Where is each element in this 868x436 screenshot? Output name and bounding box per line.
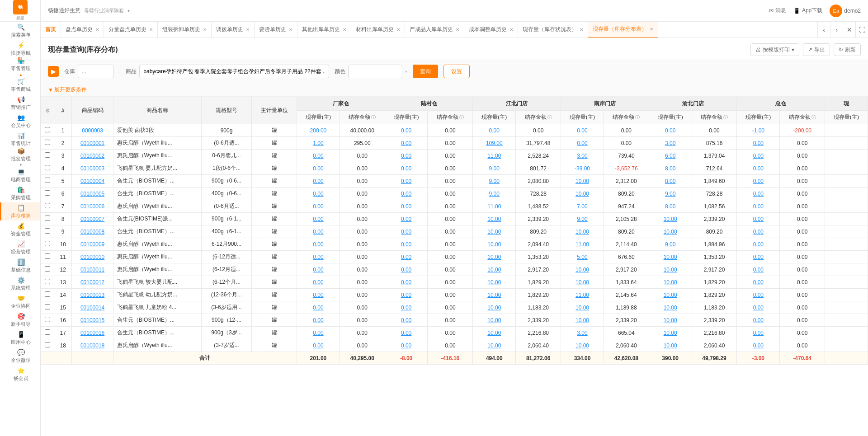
row-checkbox[interactable] [41, 314, 54, 327]
row-nanan-amt: 2,312.00 [604, 175, 649, 188]
sidebar-item-ecommerce[interactable]: 💻 电商管理 [0, 166, 40, 184]
color-input[interactable] [348, 65, 402, 78]
tab-inventory-dist[interactable]: 现存量（库存分布表） ✕ [588, 22, 658, 38]
query-btn-label: 查询 [420, 68, 431, 75]
tab-inventory-count[interactable]: 盘点单历史 ✕ [61, 22, 104, 38]
row-checkbox[interactable] [41, 301, 54, 314]
row-checkbox[interactable] [41, 289, 54, 301]
query-btn[interactable]: 查询 [413, 65, 438, 78]
sidebar-item-search[interactable]: 🔍 搜索英单 [0, 22, 40, 40]
sidebar-item-collab[interactable]: 🤝 企业协同 [0, 293, 40, 311]
tab-close-11[interactable]: ✕ [650, 27, 653, 32]
tab-close-7[interactable]: ✕ [396, 27, 400, 32]
tab-close-4[interactable]: ✕ [246, 27, 250, 32]
print-btn[interactable]: 🖨 按模版打印 ▾ [750, 43, 799, 56]
sidebar-item-purchase[interactable]: 🛍️ 采购管理 [0, 184, 40, 202]
row-checkbox[interactable] [41, 339, 54, 352]
tab-home[interactable]: 首页 [41, 22, 61, 38]
sidebar-item-retail-stats[interactable]: 📊 零售统计 [0, 130, 40, 148]
sidebar-item-inventory[interactable]: 📋 库存核算 [0, 202, 40, 220]
row-total-amt: 0.00 [780, 200, 825, 213]
tab-disassemble[interactable]: 组装拆卸单历史 ✕ [158, 22, 212, 38]
row-checkbox[interactable] [41, 200, 54, 213]
row-total-amt: 0.00 [780, 162, 825, 175]
row-code: 00100011 [72, 263, 113, 276]
tab-prev-btn[interactable]: ‹ [817, 22, 830, 38]
tab-close-9[interactable]: ✕ [509, 27, 513, 32]
row-checkbox[interactable] [41, 137, 54, 150]
page-actions: 🖨 按模版打印 ▾ ↗ 导出 ↻ 刷新 [750, 43, 861, 56]
row-checkbox[interactable] [41, 213, 54, 225]
row-checkbox[interactable] [41, 150, 54, 162]
row-checkbox[interactable] [41, 276, 54, 289]
table-area[interactable]: ⚙ # 商品编码 商品名称 规格型号 主计量单位 厂家仓 陆村仓 江北门店 南岸… [41, 97, 868, 436]
app-download-btn[interactable]: 📱 App下载 [793, 7, 822, 14]
sidebar-item-retail-mgr[interactable]: 🏪 零售管理 ▲ [0, 58, 40, 76]
sidebar-item-marketing[interactable]: 📢 营销推广 [0, 94, 40, 112]
sidebar-item-fastnav[interactable]: ⚡ 快捷导航 [0, 40, 40, 58]
row-changjia-qty: 0.00 [297, 150, 340, 162]
row-checkbox[interactable] [41, 188, 54, 200]
tab-close-8[interactable]: ✕ [456, 27, 459, 32]
tab-more-btn[interactable]: ✕ [843, 22, 855, 38]
row-checkbox[interactable] [41, 251, 54, 263]
col-gear[interactable]: ⚙ [41, 97, 54, 124]
dropdown-arrow[interactable]: ▾ [127, 8, 130, 13]
tab-requisition[interactable]: 要货单历史 ✕ [255, 22, 297, 38]
filter-expand-btn[interactable]: ▼ 展开更多条件 [48, 86, 87, 94]
sidebar-item-member[interactable]: 👥 会员中心 [0, 112, 40, 130]
export-btn[interactable]: ↗ 导出 [803, 43, 830, 56]
tab-inventory-status[interactable]: 现存量（库存状况表） ✕ [518, 22, 588, 38]
tab-close-2[interactable]: ✕ [149, 27, 153, 32]
row-nanan-amt: -3,652.76 [604, 162, 649, 175]
sidebar-item-member2[interactable]: ⭐ 畅会员 [0, 365, 40, 383]
sidebar-item-base[interactable]: ℹ️ 基础信息 [0, 257, 40, 275]
tab-close-3[interactable]: ✕ [203, 27, 207, 32]
row-changjia-qty: 0.00 [297, 301, 340, 314]
tab-material-out[interactable]: 材料出库单历史 ✕ [351, 22, 405, 38]
warehouse-input[interactable] [78, 65, 114, 78]
row-code: 00100001 [72, 137, 113, 150]
settings-btn[interactable]: 设置 [443, 65, 470, 78]
sidebar-item-ops[interactable]: 📈 经营管理 [0, 239, 40, 257]
row-code: 00100010 [72, 251, 113, 263]
row-checkbox[interactable] [41, 263, 54, 276]
filter-toggle-btn[interactable]: ▶ [48, 66, 59, 77]
sidebar-item-guide[interactable]: 🎯 新手引导 [0, 311, 40, 329]
tab-next-btn[interactable]: › [830, 22, 843, 38]
message-btn[interactable]: ✉ 消息 [769, 7, 786, 14]
tab-partial-count[interactable]: 分量盘点单历史 ✕ [104, 22, 158, 38]
settings-icon: ⚙ [45, 108, 50, 114]
tab-expand-btn[interactable]: ⛶ [855, 22, 868, 38]
row-checkbox[interactable] [41, 175, 54, 188]
sidebar-item-wechat[interactable]: 💬 企业微信 [0, 347, 40, 365]
refresh-btn[interactable]: ↻ 刷新 [834, 43, 861, 56]
tab-other-out[interactable]: 其他出库单历史 ✕ [297, 22, 351, 38]
nanan-info-icon: ⓘ [635, 115, 640, 120]
sidebar-item-finance[interactable]: 💰 资金管理 [0, 220, 40, 239]
sidebar-item-retail-shop[interactable]: 🛒 零售商城 [0, 76, 40, 94]
tab-close-10[interactable]: ✕ [580, 27, 583, 32]
tab-close-1[interactable]: ✕ [95, 27, 99, 32]
user-area[interactable]: Ea demo2 [830, 5, 861, 17]
row-unit: 罐 [252, 314, 297, 327]
sidebar-item-wholesale[interactable]: 📦 批发管理 ▼ [0, 148, 40, 166]
row-checkbox[interactable] [41, 238, 54, 251]
sidebar-label-system: 系统管理 [11, 285, 31, 291]
sidebar-item-appstore[interactable]: 📱 应用中心 [0, 329, 40, 347]
row-checkbox[interactable] [41, 162, 54, 175]
tab-label-6: 其他出库单历史 [302, 26, 340, 33]
row-checkbox[interactable] [41, 327, 54, 339]
logo-subtitle: 标版 [16, 15, 24, 21]
row-checkbox[interactable] [41, 124, 54, 137]
tab-product-in[interactable]: 产成品入库单历史 ✕ [405, 22, 464, 38]
tab-transfer[interactable]: 调拨单历史 ✕ [212, 22, 255, 38]
product-input[interactable] [139, 65, 329, 78]
tab-close-5[interactable]: ✕ [289, 27, 292, 32]
tab-close-6[interactable]: ✕ [343, 27, 346, 32]
row-lucun-amt: 0.00 [428, 327, 473, 339]
row-checkbox[interactable] [41, 225, 54, 238]
row-changjia-qty: 200.00 [297, 124, 340, 137]
sidebar-item-system[interactable]: ⚙️ 系统管理 [0, 275, 40, 293]
tab-cost-adjust[interactable]: 成本调整单历史 ✕ [464, 22, 518, 38]
